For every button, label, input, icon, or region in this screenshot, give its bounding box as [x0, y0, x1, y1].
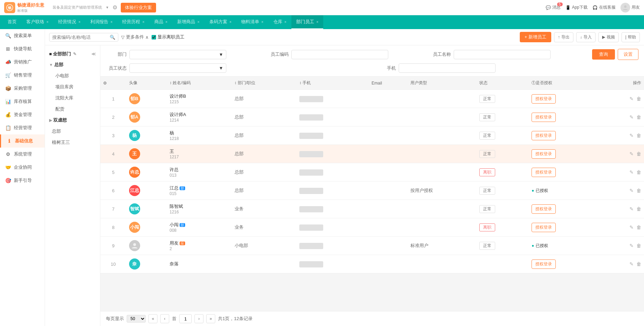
tab-department[interactable]: 部门员工 × — [291, 15, 323, 29]
tab-warehouse[interactable]: 仓库 × — [269, 15, 291, 29]
authorize-button[interactable]: 授权登录 — [532, 204, 556, 214]
authorize-button[interactable]: 授权登录 — [532, 131, 556, 140]
authorize-button[interactable]: 授权登录 — [532, 149, 556, 159]
delete-icon[interactable]: 🗑 — [636, 188, 641, 193]
close-icon[interactable]: × — [229, 20, 232, 24]
help-button[interactable]: | 帮助 — [622, 32, 640, 42]
dept-item-shenyangdaku[interactable]: 沈阳大库 — [45, 92, 100, 104]
message-action[interactable]: 💬 消息 5 — [546, 5, 561, 10]
view-button[interactable]: ▶ 视频 — [598, 32, 619, 42]
dept-item-peihuo[interactable]: 配货 — [45, 104, 100, 115]
tab-customer[interactable]: 客户联络 × — [21, 15, 53, 29]
sidebar-item-basicinfo[interactable]: ℹ 基础信息 — [0, 134, 45, 148]
filter-settings-button[interactable]: 设置 — [618, 49, 638, 60]
delete-icon[interactable]: 🗑 — [636, 114, 641, 120]
sidebar-item-marketing[interactable]: 📣 营销推广 — [0, 55, 45, 69]
first-page-button[interactable]: « — [148, 314, 157, 323]
settings-icon[interactable]: ⚙ — [112, 4, 117, 11]
edit-icon[interactable]: ✎ — [629, 243, 634, 248]
delete-icon[interactable]: 🗑 — [636, 133, 641, 138]
experience-button[interactable]: 体验行业方案 — [121, 3, 156, 12]
dept-collapse-icon[interactable]: ≪ — [91, 52, 96, 56]
close-icon[interactable]: × — [261, 20, 263, 24]
user-action[interactable]: 用友 — [620, 3, 640, 12]
sidebar-item-collab[interactable]: 🤝 企业协同 — [0, 161, 45, 174]
delete-icon[interactable]: 🗑 — [636, 206, 641, 212]
authorize-button[interactable]: 授权登录 — [532, 113, 556, 122]
app-download-action[interactable]: 📱 App下载 — [565, 5, 588, 10]
col-phone[interactable]: ↕ 手机 — [297, 77, 369, 90]
edit-icon[interactable]: ✎ — [629, 96, 634, 102]
tab-history[interactable]: 经营历程 × — [117, 15, 149, 29]
authorize-button[interactable]: 授权登录 — [532, 223, 556, 232]
tab-home[interactable]: 首页 — [3, 15, 21, 29]
filter-phone-input[interactable] — [399, 63, 496, 73]
tab-barcode[interactable]: 条码方案 × — [205, 15, 236, 29]
last-page-button[interactable]: » — [206, 314, 215, 323]
search-input-wrap[interactable]: 🔍 — [49, 33, 118, 42]
col-dept[interactable]: ↕ 部门/职位 — [232, 77, 297, 90]
sidebar-item-system[interactable]: ⚙ 系统管理 — [0, 148, 45, 161]
dept-item-xiangmukufang[interactable]: 项目库房 — [45, 81, 100, 92]
export-button[interactable]: ↑ 导出 — [554, 32, 573, 42]
edit-icon[interactable]: ✎ — [629, 114, 634, 120]
close-icon[interactable]: × — [110, 20, 112, 24]
delete-icon[interactable]: 🗑 — [636, 151, 641, 157]
dept-all-label[interactable]: ■ 全部部门 — [49, 51, 71, 57]
add-employee-button[interactable]: + 新增员工 — [520, 32, 551, 42]
close-icon[interactable]: × — [78, 20, 80, 24]
dept-group-toplevel[interactable]: ▼ 总部 — [45, 59, 100, 70]
tab-operation[interactable]: 经营情况 × — [53, 15, 85, 29]
sidebar-item-guide[interactable]: 🎯 新手引导 — [0, 174, 45, 187]
dept-item-zongbu[interactable]: 总部 — [45, 126, 100, 137]
close-icon[interactable]: × — [316, 20, 318, 24]
col-name[interactable]: ↕ 姓名/编码 — [167, 77, 232, 90]
filter-empstatus-select[interactable]: ▼ — [129, 63, 226, 73]
delete-icon[interactable]: 🗑 — [636, 224, 641, 230]
sidebar-item-purchase[interactable]: 📦 采购管理 — [0, 82, 45, 95]
prev-page-button[interactable]: ‹ — [160, 314, 169, 323]
authorize-button[interactable]: 授权登录 — [532, 94, 556, 104]
import-button[interactable]: ↓ 导入 — [576, 32, 596, 42]
edit-icon[interactable]: ✎ — [629, 133, 634, 138]
dept-group-shuangnuxiang[interactable]: ▶ 双虐想 — [45, 115, 100, 126]
delete-icon[interactable]: 🗑 — [636, 243, 641, 248]
next-page-button[interactable]: › — [194, 314, 203, 323]
dept-item-zhishuwangsan[interactable]: 植树王三 — [45, 137, 100, 148]
edit-icon[interactable]: ✎ — [629, 151, 634, 157]
close-icon[interactable]: × — [197, 20, 199, 24]
show-resigned-checkbox[interactable] — [152, 35, 156, 39]
close-icon[interactable]: × — [284, 20, 287, 24]
sidebar-item-search[interactable]: 🔍 搜索菜单 — [0, 29, 45, 42]
tab-bom[interactable]: 物料清单 × — [236, 15, 268, 29]
online-service-action[interactable]: 🎧 在线客服 — [592, 5, 616, 10]
delete-icon[interactable]: 🗑 — [636, 261, 641, 267]
gear-icon[interactable]: ⚙ — [103, 81, 107, 86]
sidebar-item-finance[interactable]: 💰 资金管理 — [0, 108, 45, 121]
search-input[interactable] — [52, 35, 108, 40]
filter-dept-select[interactable]: ▼ — [129, 50, 226, 59]
system-dropdown-arrow[interactable]: ▼ — [106, 6, 109, 9]
authorize-button[interactable]: 授权登录 — [532, 168, 556, 177]
delete-icon[interactable]: 🗑 — [636, 96, 641, 102]
more-filter-button[interactable]: ▽ 更多条件 ∧ — [121, 34, 149, 40]
query-button[interactable]: 查询 — [592, 49, 615, 60]
close-icon[interactable]: × — [165, 20, 167, 24]
tab-profit[interactable]: 利润报告 × — [85, 15, 117, 29]
sidebar-item-sales[interactable]: 🛒 销售管理 — [0, 69, 45, 82]
edit-icon[interactable]: ✎ — [629, 206, 634, 212]
sidebar-item-quicknav[interactable]: ⊞ 快捷导航 — [0, 42, 45, 55]
tab-new-goods[interactable]: 新增商品 × — [172, 15, 204, 29]
filter-empname-input[interactable] — [454, 50, 551, 59]
edit-icon[interactable]: ✎ — [629, 169, 634, 175]
filter-empcode-input[interactable] — [291, 50, 388, 59]
edit-icon[interactable]: ✎ — [629, 188, 634, 193]
edit-icon[interactable]: ✎ — [629, 224, 634, 230]
delete-icon[interactable]: 🗑 — [636, 169, 641, 175]
sidebar-item-management[interactable]: 📋 经营管理 — [0, 121, 45, 134]
edit-icon[interactable]: ✎ — [629, 261, 634, 267]
page-input[interactable] — [179, 314, 192, 323]
show-resigned-checkbox-label[interactable]: 显示离职员工 — [152, 34, 184, 40]
sidebar-item-inventory[interactable]: 📊 库存核算 — [0, 95, 45, 108]
dept-edit-icon[interactable]: ✎ — [73, 52, 76, 56]
